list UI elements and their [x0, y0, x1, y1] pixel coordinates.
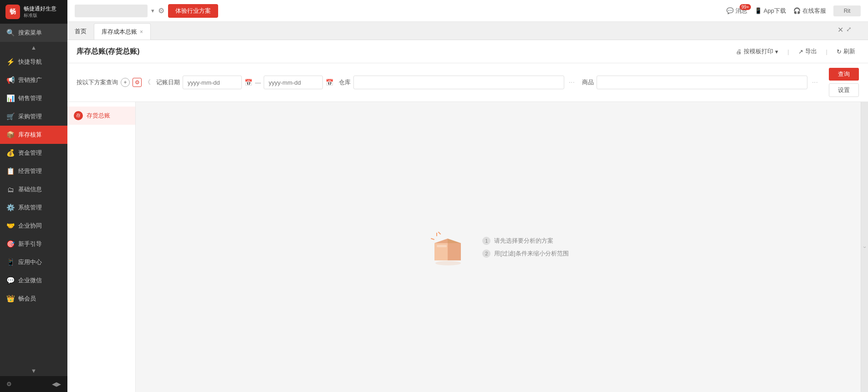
sidebar-search[interactable]: 🔍 搜索菜单: [0, 24, 67, 42]
sidebar-item-member[interactable]: 👑 畅会员: [0, 290, 67, 308]
calendar-end-icon[interactable]: 📅: [326, 79, 333, 86]
topbar-nav: ▾ ⚙ 体验行业方案: [75, 4, 722, 18]
filter-config-icon[interactable]: ⚙: [133, 78, 142, 87]
sidebar-item-operations[interactable]: 📋 经营管理: [0, 162, 67, 180]
topbar-chevron-icon[interactable]: ▾: [151, 7, 154, 14]
topbar-app-download[interactable]: 📱 App下载: [755, 7, 786, 15]
tab-expand-btn[interactable]: ⤢: [846, 25, 852, 34]
collapse-icon[interactable]: ◀▶: [52, 381, 61, 387]
sidebar-footer: ⚙ ◀▶: [0, 376, 67, 392]
tab-home[interactable]: 首页: [67, 23, 94, 40]
refresh-icon: ↻: [837, 48, 842, 55]
warehouse-label: 仓库: [339, 78, 351, 87]
filter-product-group: 商品 ···: [582, 76, 820, 89]
export-icon: ↗: [798, 48, 803, 55]
date-end-input[interactable]: [264, 76, 323, 89]
phone-icon: 📱: [755, 7, 762, 14]
sidebar-item-marketing[interactable]: 📢 营销推广: [0, 71, 67, 89]
panel-toggle-icon: ›: [862, 246, 868, 248]
svg-line-8: [439, 232, 440, 234]
empty-hint-2: 2 用[过滤]条件来缩小分析范围: [482, 249, 568, 258]
print-dropdown-icon: ▾: [775, 48, 778, 55]
topbar-user-avatar[interactable]: Rit: [833, 5, 861, 16]
filter-date-group: 记账日期 📅 — 📅: [156, 76, 333, 89]
sidebar-item-cooperation[interactable]: 🤝 企业协同: [0, 217, 67, 235]
empty-icon: [428, 226, 469, 268]
date-label: 记账日期: [156, 78, 180, 87]
settings-button[interactable]: 设置: [829, 83, 859, 97]
sidebar-scroll-down[interactable]: ▼: [0, 365, 67, 376]
date-dash: —: [255, 79, 261, 86]
newbie-icon: 🎯: [6, 240, 15, 248]
svg-rect-6: [437, 245, 447, 247]
svg-marker-3: [448, 239, 461, 243]
calendar-start-icon[interactable]: 📅: [245, 79, 252, 86]
right-panel-toggle[interactable]: ›: [861, 102, 868, 392]
query-button[interactable]: 查询: [829, 68, 859, 81]
sidebar-item-basic[interactable]: 🗂 基础信息: [0, 180, 67, 199]
sidebar-item-inventory[interactable]: 📦 库存核算: [0, 126, 67, 144]
print-icon: 🖨: [736, 48, 742, 55]
warehouse-input[interactable]: [353, 76, 564, 89]
scheme-icon: 存: [74, 111, 83, 120]
sidebar: 畅 畅捷通好生意 标准版 🔍 搜索菜单 ▲ ⚡ 快捷导航 📢 营销推广 📊 销售…: [0, 0, 67, 392]
empty-hints: 1 请先选择要分析的方案 2 用[过滤]条件来缩小分析范围: [482, 237, 568, 258]
svg-marker-2: [434, 239, 448, 243]
topbar-gear-icon[interactable]: ⚙: [158, 6, 164, 15]
product-input[interactable]: [597, 76, 807, 89]
finance-icon: 💰: [6, 149, 15, 157]
filter-collapse-icon[interactable]: 《: [144, 78, 151, 87]
sidebar-item-finance[interactable]: 💰 资金管理: [0, 144, 67, 162]
date-start-input[interactable]: [183, 76, 242, 89]
filter-label-group: 按以下方案查询 + ⚙ 《: [77, 78, 151, 87]
empty-state: 1 请先选择要分析的方案 2 用[过滤]条件来缩小分析范围: [428, 226, 568, 268]
tab-close-btn[interactable]: ✕: [837, 25, 843, 34]
logo-text: 畅捷通好生意 标准版: [24, 5, 56, 19]
svg-marker-5: [448, 243, 461, 260]
filter-warehouse-group: 仓库 ···: [339, 76, 577, 89]
industry-btn[interactable]: 体验行业方案: [168, 4, 218, 18]
tab-right-controls: ✕ ⤢: [837, 25, 852, 34]
purchase-icon: 🛒: [6, 112, 15, 121]
refresh-btn[interactable]: ↻ 刷新: [833, 46, 859, 57]
sidebar-item-system[interactable]: ⚙️ 系统管理: [0, 199, 67, 217]
export-btn[interactable]: ↗ 导出: [795, 46, 821, 57]
scheme-panel: 存 存货总账: [67, 102, 136, 392]
product-more-icon[interactable]: ···: [810, 78, 820, 87]
sales-icon: 📊: [6, 94, 15, 102]
filter-add-icon[interactable]: +: [121, 78, 130, 87]
tab-inventory-ledger[interactable]: 库存成本总账 ×: [94, 23, 151, 40]
content-area: 存 存货总账: [67, 102, 868, 392]
page-title: 库存总账(存货总账): [77, 47, 140, 56]
filter-bar: 按以下方案查询 + ⚙ 《 记账日期 📅 — 📅 仓库 ··· 商品 ··· 查…: [67, 63, 868, 102]
sidebar-item-purchase[interactable]: 🛒 采购管理: [0, 107, 67, 126]
marketing-icon: 📢: [6, 76, 15, 84]
page-actions: 🖨 按模板打印 ▾ | ↗ 导出 | ↻ 刷新: [732, 46, 859, 57]
topbar-messages[interactable]: 💬 消息 99+: [726, 7, 747, 15]
search-icon: 🔍: [6, 29, 15, 37]
sidebar-item-appcenter[interactable]: 📱 应用中心: [0, 253, 67, 271]
appcenter-icon: 📱: [6, 258, 15, 266]
tab-close-icon[interactable]: ×: [140, 29, 143, 35]
scheme-item-stock-ledger[interactable]: 存 存货总账: [67, 107, 135, 125]
sidebar-item-wechat[interactable]: 💬 企业微信: [0, 271, 67, 290]
message-badge: 99+: [740, 4, 751, 10]
settings-icon[interactable]: ⚙: [6, 381, 12, 387]
sidebar-item-sales[interactable]: 📊 销售管理: [0, 89, 67, 107]
warehouse-more-icon[interactable]: ···: [567, 78, 577, 87]
sidebar-scroll-up[interactable]: ▲: [0, 42, 67, 53]
operations-icon: 📋: [6, 167, 15, 175]
topbar-online-service[interactable]: 🎧 在线客服: [793, 7, 826, 15]
inventory-icon: 📦: [6, 131, 15, 139]
shortcut-icon: ⚡: [6, 58, 15, 66]
topbar-breadcrumb: [75, 5, 148, 17]
main-data-area: 1 请先选择要分析的方案 2 用[过滤]条件来缩小分析范围: [136, 102, 861, 392]
logo-icon: 畅: [5, 5, 20, 19]
topbar: ▾ ⚙ 体验行业方案 💬 消息 99+ 📱 App下载 🎧 在线客服 Rit: [67, 0, 868, 22]
system-icon: ⚙️: [6, 204, 15, 212]
print-btn[interactable]: 🖨 按模板打印 ▾: [732, 46, 782, 57]
main-area: ▾ ⚙ 体验行业方案 💬 消息 99+ 📱 App下载 🎧 在线客服 Rit: [67, 0, 868, 392]
filter-actions: 查询 设置: [829, 68, 859, 97]
sidebar-item-shortcut[interactable]: ⚡ 快捷导航: [0, 53, 67, 71]
sidebar-item-newbie[interactable]: 🎯 新手引导: [0, 235, 67, 253]
